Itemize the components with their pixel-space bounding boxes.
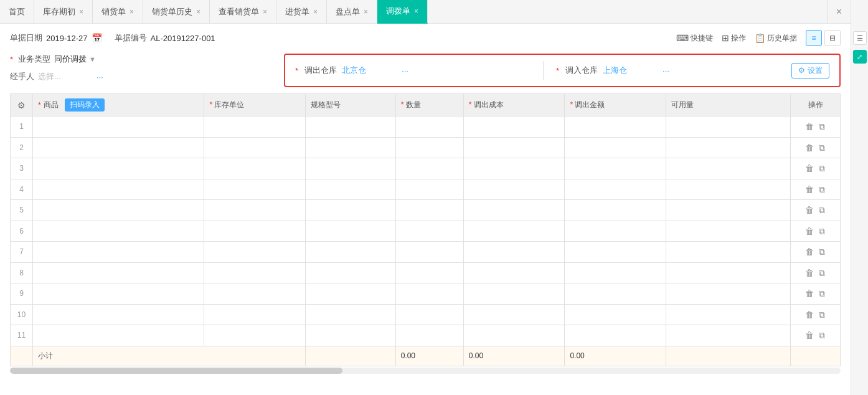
spec-cell[interactable] xyxy=(305,117,395,138)
cost-cell[interactable] xyxy=(463,221,565,242)
unit-cell[interactable] xyxy=(204,283,306,305)
tab-inventory-init-close[interactable]: × xyxy=(79,7,83,16)
copy-icon[interactable]: ⧉ xyxy=(816,204,828,217)
available-cell[interactable] xyxy=(666,242,791,263)
cost-cell[interactable] xyxy=(463,262,565,283)
unit-cell[interactable] xyxy=(204,262,306,283)
available-cell[interactable] xyxy=(666,325,791,346)
unit-cell[interactable] xyxy=(204,158,306,179)
cost-cell[interactable] xyxy=(463,304,565,325)
amount-cell[interactable] xyxy=(565,158,666,179)
tab-home[interactable]: 首页 xyxy=(0,0,34,24)
delete-icon[interactable]: 🗑 xyxy=(803,287,816,300)
tab-stocktake-close[interactable]: × xyxy=(364,7,368,16)
quantity-cell[interactable] xyxy=(395,200,463,221)
tab-view-sales[interactable]: 查看销货单 × xyxy=(210,0,276,24)
amount-cell[interactable] xyxy=(565,200,666,221)
quantity-cell[interactable] xyxy=(395,117,463,138)
product-cell[interactable] xyxy=(33,283,204,305)
amount-cell[interactable] xyxy=(565,179,666,200)
available-cell[interactable] xyxy=(666,262,791,283)
amount-cell[interactable] xyxy=(565,262,666,283)
spec-cell[interactable] xyxy=(305,325,395,346)
available-cell[interactable] xyxy=(666,117,791,138)
shortcut-button[interactable]: ⌨ 快捷键 xyxy=(676,33,713,44)
tab-purchase-close[interactable]: × xyxy=(313,7,318,16)
calendar-icon[interactable]: 📅 xyxy=(92,33,102,43)
copy-icon[interactable]: ⧉ xyxy=(816,141,828,154)
quantity-cell[interactable] xyxy=(395,221,463,242)
cost-cell[interactable] xyxy=(463,179,565,200)
cost-cell[interactable] xyxy=(463,242,565,263)
spec-cell[interactable] xyxy=(305,158,395,179)
amount-cell[interactable] xyxy=(565,242,666,263)
cost-cell[interactable] xyxy=(463,117,565,138)
quantity-cell[interactable] xyxy=(395,262,463,283)
quantity-cell[interactable] xyxy=(395,304,463,325)
unit-cell[interactable] xyxy=(204,242,306,263)
cost-cell[interactable] xyxy=(463,137,565,158)
amount-cell[interactable] xyxy=(565,283,666,305)
delete-icon[interactable]: 🗑 xyxy=(803,329,816,341)
tab-sales-history-close[interactable]: × xyxy=(196,7,200,16)
delete-icon[interactable]: 🗑 xyxy=(803,204,816,216)
product-cell[interactable] xyxy=(33,221,204,242)
quantity-cell[interactable] xyxy=(395,242,463,263)
available-cell[interactable] xyxy=(666,137,791,158)
delete-icon[interactable]: 🗑 xyxy=(803,225,816,237)
copy-icon[interactable]: ⧉ xyxy=(816,330,828,342)
copy-icon[interactable]: ⧉ xyxy=(816,225,828,237)
copy-icon[interactable]: ⧉ xyxy=(816,288,828,300)
available-cell[interactable] xyxy=(666,179,791,200)
quantity-cell[interactable] xyxy=(395,158,463,179)
view-list-button[interactable]: ≡ xyxy=(806,30,822,46)
tab-transfer[interactable]: 调拨单 × xyxy=(377,0,428,24)
amount-cell[interactable] xyxy=(565,325,666,346)
unit-cell[interactable] xyxy=(204,200,306,221)
spec-cell[interactable] xyxy=(305,283,395,305)
unit-cell[interactable] xyxy=(204,221,306,242)
amount-cell[interactable] xyxy=(565,137,666,158)
product-cell[interactable] xyxy=(33,200,204,221)
business-type-dropdown[interactable]: 同价调拨 ▼ xyxy=(54,54,96,65)
tab-view-sales-close[interactable]: × xyxy=(263,7,267,16)
handler-placeholder[interactable]: 选择... xyxy=(38,71,88,82)
product-cell[interactable] xyxy=(33,179,204,200)
spec-cell[interactable] xyxy=(305,137,395,158)
product-cell[interactable] xyxy=(33,242,204,263)
available-cell[interactable] xyxy=(666,200,791,221)
window-close-button[interactable]: × xyxy=(827,0,851,24)
unit-cell[interactable] xyxy=(204,304,306,325)
unit-cell[interactable] xyxy=(204,325,306,346)
quantity-cell[interactable] xyxy=(395,179,463,200)
tab-purchase[interactable]: 进货单 × xyxy=(276,0,327,24)
tab-inventory-init[interactable]: 库存期初 × xyxy=(34,0,93,24)
unit-cell[interactable] xyxy=(204,179,306,200)
product-cell[interactable] xyxy=(33,158,204,179)
quantity-cell[interactable] xyxy=(395,325,463,346)
cost-cell[interactable] xyxy=(463,200,565,221)
delete-icon[interactable]: 🗑 xyxy=(803,141,816,154)
available-cell[interactable] xyxy=(666,304,791,325)
delete-icon[interactable]: 🗑 xyxy=(803,308,816,321)
delete-icon[interactable]: 🗑 xyxy=(803,267,816,279)
cost-cell[interactable] xyxy=(463,283,565,305)
spec-cell[interactable] xyxy=(305,242,395,263)
available-cell[interactable] xyxy=(666,221,791,242)
tab-stocktake[interactable]: 盘点单 × xyxy=(327,0,377,24)
copy-icon[interactable]: ⧉ xyxy=(816,308,828,321)
tab-sales-order[interactable]: 销货单 × xyxy=(93,0,143,24)
copy-icon[interactable]: ⧉ xyxy=(816,267,828,279)
copy-icon[interactable]: ⧉ xyxy=(816,163,828,175)
spec-cell[interactable] xyxy=(305,200,395,221)
cost-cell[interactable] xyxy=(463,325,565,346)
available-cell[interactable] xyxy=(666,158,791,179)
delete-icon[interactable]: 🗑 xyxy=(803,183,816,196)
transfer-in-value[interactable]: 上海仓 xyxy=(603,65,653,76)
delete-icon[interactable]: 🗑 xyxy=(803,162,816,174)
transfer-out-more-icon[interactable]: ··· xyxy=(402,66,408,75)
tab-sales-order-close[interactable]: × xyxy=(130,7,134,16)
copy-icon[interactable]: ⧉ xyxy=(816,183,828,196)
unit-cell[interactable] xyxy=(204,137,306,158)
operations-button[interactable]: ⊞ 操作 xyxy=(722,33,746,44)
